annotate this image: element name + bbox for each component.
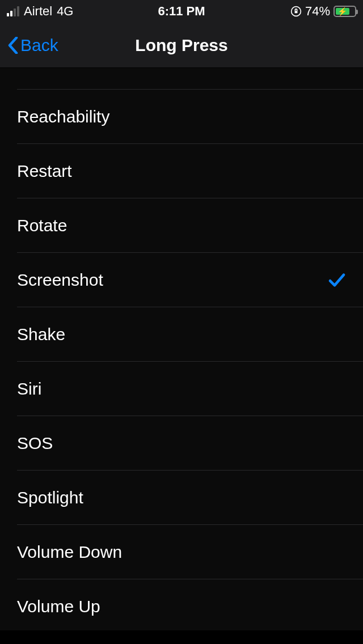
- option-row[interactable]: Rotate: [17, 198, 363, 253]
- battery-pct: 74%: [305, 4, 330, 19]
- bottom-bar: [0, 630, 363, 644]
- signal-icon: [7, 6, 19, 16]
- option-row[interactable]: Screenshot: [17, 253, 363, 307]
- option-row[interactable]: SOS: [17, 416, 363, 471]
- back-label: Back: [20, 36, 58, 55]
- back-button[interactable]: Back: [8, 36, 58, 55]
- option-row[interactable]: Volume Up: [17, 579, 363, 630]
- carrier-label: Airtel: [24, 4, 52, 19]
- option-label: Volume Up: [17, 597, 100, 616]
- network-label: 4G: [57, 4, 73, 19]
- options-list: ReachabilityRestartRotateScreenshotShake…: [0, 90, 363, 630]
- option-row[interactable]: Restart: [17, 144, 363, 198]
- option-label: Shake: [17, 325, 65, 344]
- option-label: Spotlight: [17, 488, 83, 507]
- option-label: Reachability: [17, 107, 109, 126]
- option-label: SOS: [17, 434, 53, 453]
- option-row[interactable]: Reachability: [17, 90, 363, 144]
- page-title: Long Press: [135, 36, 227, 55]
- charging-icon: ⚡: [337, 7, 347, 15]
- status-bar: Airtel 4G 6:11 PM 74% ⚡: [0, 0, 363, 23]
- chevron-left-icon: [8, 37, 18, 54]
- option-label: Siri: [17, 379, 41, 399]
- option-row[interactable]: Shake: [17, 307, 363, 362]
- battery-icon: ⚡: [334, 6, 356, 17]
- svg-rect-1: [294, 11, 297, 13]
- option-label: Restart: [17, 162, 72, 181]
- content: ReachabilityRestartRotateScreenshotShake…: [0, 68, 363, 630]
- status-right: 74% ⚡: [290, 4, 356, 19]
- check-icon: [328, 271, 346, 289]
- status-left: Airtel 4G: [7, 4, 73, 19]
- option-label: Volume Down: [17, 543, 122, 562]
- option-label: Rotate: [17, 216, 67, 235]
- rotation-lock-icon: [290, 6, 302, 17]
- option-row[interactable]: Spotlight: [17, 471, 363, 525]
- option-row[interactable]: Volume Down: [17, 525, 363, 579]
- nav-bar: Back Long Press: [0, 23, 363, 68]
- clock: 6:11 PM: [158, 4, 205, 19]
- option-row[interactable]: Siri: [17, 362, 363, 416]
- list-spacer: [17, 68, 363, 90]
- option-label: Screenshot: [17, 270, 103, 290]
